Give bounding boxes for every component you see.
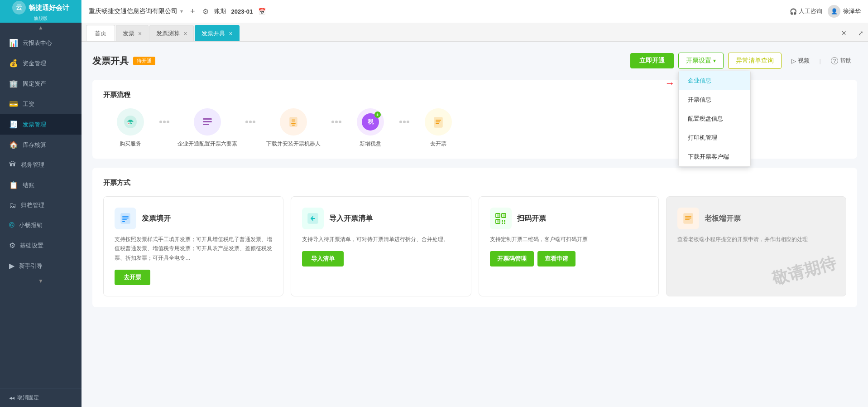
sidebar-item-basic-settings[interactable]: ⚙ 基础设置 bbox=[0, 235, 82, 256]
svg-rect-5 bbox=[203, 124, 209, 125]
sidebar-item-tax-mgmt[interactable]: 🏛 税务管理 bbox=[0, 155, 82, 175]
video-btn[interactable]: ▷ 视频 bbox=[786, 53, 815, 68]
page-header: 发票开具 待开通 立即开通 开票设置 ▾ → 企业信息 开 bbox=[92, 53, 857, 69]
flow-step-4-label: 新增税盘 bbox=[360, 140, 381, 148]
sidebar-item-invoice-mgmt[interactable]: 🧾 发票管理 bbox=[0, 114, 82, 135]
period-value: 2023-01 bbox=[231, 8, 253, 15]
flow-step-2-label: 企业开通配置开票六要素 bbox=[177, 140, 237, 148]
tab-invoice-calc-close[interactable]: × bbox=[183, 30, 187, 37]
svg-rect-15 bbox=[122, 216, 129, 217]
flow-step-3: 下载并安装开票机器人 bbox=[257, 108, 330, 148]
sidebar-item-inventory[interactable]: 🏠 库存核算 bbox=[0, 135, 82, 155]
scan-code-btn1[interactable]: 开票码管理 bbox=[490, 251, 534, 266]
cloud-report-icon: 📊 bbox=[9, 39, 18, 47]
username: 徐泽华 bbox=[843, 7, 861, 15]
page-title: 发票开具 bbox=[92, 55, 129, 67]
sidebar-collapse-btn[interactable]: ◂◂ 取消固定 bbox=[0, 388, 82, 407]
method-card-scan-code: 扫码开票 支持定制开票二维码，客户端可扫码开票 开票码管理 查看申请 bbox=[479, 196, 659, 296]
inventory-icon: 🏠 bbox=[9, 141, 18, 149]
scan-code-title: 扫码开票 bbox=[517, 214, 546, 223]
page-content: 发票开具 待开通 立即开通 开票设置 ▾ → 企业信息 开 bbox=[82, 42, 868, 407]
sidebar-item-new-guide[interactable]: ▶ 新手引导 bbox=[0, 256, 82, 276]
manual-fill-desc: 支持按照发票样式手工填开发票；可开具增值税电子普通发票、增值税普通发票、增值税专… bbox=[115, 235, 272, 262]
sidebar-item-report-sales[interactable]: © 小畅报销 bbox=[0, 215, 82, 235]
boss-overlay: 敬请期待 bbox=[770, 252, 839, 291]
sidebar-item-fund-mgmt[interactable]: 💰 资金管理 bbox=[0, 53, 82, 73]
svg-rect-17 bbox=[122, 219, 127, 220]
activate-btn[interactable]: 立即开通 bbox=[630, 53, 674, 68]
svg-rect-13 bbox=[436, 123, 439, 124]
window-maximize-btn[interactable]: ⤢ bbox=[854, 25, 868, 41]
company-name: 重庆畅捷交通信息咨询有限公司 bbox=[89, 7, 177, 15]
abnormal-btn[interactable]: 异常清单查询 bbox=[728, 53, 782, 69]
svg-rect-21 bbox=[497, 214, 499, 217]
calendar-icon[interactable]: 📅 bbox=[258, 8, 266, 15]
fixed-assets-icon: 🏢 bbox=[9, 79, 18, 88]
sidebar-item-accounting[interactable]: 📋 结账 bbox=[0, 175, 82, 195]
scan-code-btn2[interactable]: 查看申请 bbox=[537, 251, 575, 266]
app-title: 畅捷通好会计 bbox=[29, 4, 69, 12]
question-circle-icon: ? bbox=[831, 57, 838, 64]
scan-code-desc: 支持定制开票二维码，客户端可扫码开票 bbox=[490, 235, 647, 244]
settings-chevron-icon: ▾ bbox=[713, 58, 716, 64]
svg-rect-28 bbox=[502, 223, 503, 224]
dropdown-item-download-client[interactable]: 下载开票客户端 bbox=[679, 147, 750, 166]
period-label: 账期 bbox=[214, 7, 226, 15]
tab-bar: 首页 发票 × 发票测算 × 发票开具 × × ⤢ bbox=[82, 23, 868, 42]
svg-rect-33 bbox=[685, 219, 690, 220]
tax-mgmt-icon: 🏛 bbox=[9, 161, 16, 169]
methods-section-title: 开票方式 bbox=[103, 179, 846, 187]
tab-home[interactable]: 首页 bbox=[86, 25, 115, 41]
boss-title: 老板端开票 bbox=[705, 214, 741, 223]
consultation-btn[interactable]: 🎧 人工咨询 bbox=[790, 7, 822, 15]
app-subtitle: 旗舰版 bbox=[34, 15, 48, 22]
import-list-btn[interactable]: 导入清单 bbox=[302, 251, 344, 266]
svg-rect-4 bbox=[203, 121, 212, 122]
import-list-icon bbox=[302, 208, 324, 229]
import-list-title: 导入开票清单 bbox=[329, 214, 373, 223]
salary-icon: 💳 bbox=[9, 100, 18, 108]
flow-step-5: 去开票 bbox=[411, 108, 465, 148]
svg-rect-27 bbox=[504, 220, 505, 222]
avatar: 👤 bbox=[828, 5, 840, 18]
settings-gear-icon[interactable]: ⚙ bbox=[202, 7, 209, 16]
dropdown-item-company-info[interactable]: 企业信息 bbox=[679, 71, 750, 90]
tab-invoice-issue[interactable]: 发票开具 × bbox=[195, 25, 239, 41]
sidebar-item-cloud-report[interactable]: 📊 云报表中心 bbox=[0, 33, 82, 53]
settings-btn[interactable]: 开票设置 ▾ bbox=[678, 53, 724, 69]
sidebar-item-salary[interactable]: 💳 工资 bbox=[0, 94, 82, 114]
dropdown-item-tax-disk[interactable]: 配置税盘信息 bbox=[679, 109, 750, 128]
sidebar-item-archive[interactable]: 🗂 归档管理 bbox=[0, 195, 82, 215]
add-tab-btn[interactable]: + bbox=[188, 7, 197, 16]
dropdown-item-printer[interactable]: 打印机管理 bbox=[679, 128, 750, 147]
badge-pending: 待开通 bbox=[133, 57, 155, 65]
sidebar-item-fixed-assets[interactable]: 🏢 固定资产 bbox=[0, 73, 82, 94]
dropdown-item-invoice-info[interactable]: 开票信息 bbox=[679, 90, 750, 109]
invoice-mgmt-icon: 🧾 bbox=[9, 120, 18, 129]
flow-step-1: 购买服务 bbox=[103, 108, 158, 148]
sidebar-scroll-down[interactable]: ▼ bbox=[0, 276, 82, 286]
user-area[interactable]: 👤 徐泽华 bbox=[828, 5, 861, 18]
tab-invoice[interactable]: 发票 × bbox=[116, 25, 149, 41]
settings-dropdown: → 企业信息 开票信息 配置税盘信息 打印机管理 下载开票客户端 bbox=[678, 71, 751, 167]
tab-invoice-issue-close[interactable]: × bbox=[229, 30, 232, 37]
svg-rect-18 bbox=[122, 221, 125, 222]
flow-step-1-label: 购买服务 bbox=[120, 140, 141, 148]
svg-rect-11 bbox=[436, 120, 441, 121]
manual-fill-btn[interactable]: 去开票 bbox=[115, 270, 150, 285]
svg-rect-12 bbox=[436, 121, 440, 122]
report-sales-icon: © bbox=[9, 221, 14, 229]
sidebar-scroll-up[interactable]: ▲ bbox=[0, 23, 82, 33]
help-btn[interactable]: ? 帮助 bbox=[825, 53, 857, 68]
method-card-manual-fill: 发票填开 支持按照发票样式手工填开发票；可开具增值税电子普通发票、增值税普通发票… bbox=[103, 196, 283, 296]
fund-mgmt-icon: 💰 bbox=[9, 59, 18, 68]
tab-invoice-close[interactable]: × bbox=[138, 30, 142, 37]
svg-rect-29 bbox=[504, 223, 505, 224]
chevron-down-icon[interactable]: ▾ bbox=[180, 8, 183, 15]
play-circle-icon: ▷ bbox=[791, 58, 796, 64]
svg-rect-25 bbox=[497, 220, 499, 223]
tab-invoice-calc[interactable]: 发票测算 × bbox=[149, 25, 194, 41]
pin-icon: ◂◂ bbox=[9, 395, 14, 401]
window-close-btn[interactable]: × bbox=[835, 25, 853, 41]
company-selector[interactable]: 重庆畅捷交通信息咨询有限公司 ▾ bbox=[89, 7, 183, 15]
